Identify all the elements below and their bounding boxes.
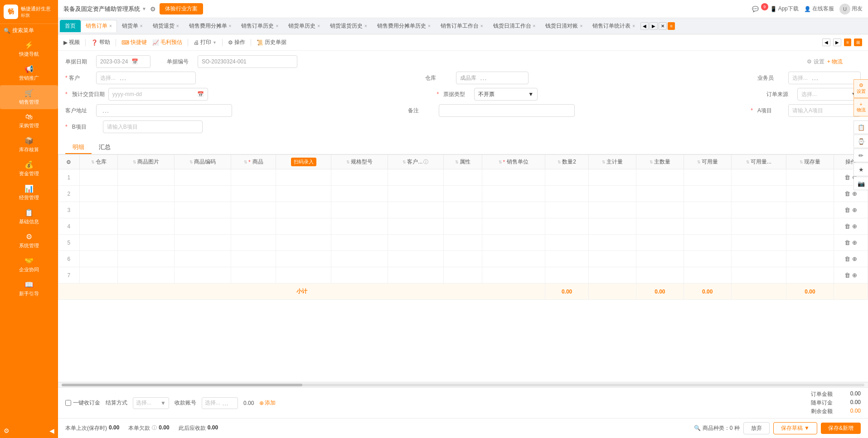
sidebar-item-inventory[interactable]: 📦 库存核算 xyxy=(0,133,58,157)
settlement-select[interactable]: 选择... ▼ xyxy=(133,397,169,409)
customer-input[interactable]: 选择... … xyxy=(96,72,196,84)
toolbar-view-toggle[interactable]: ≡ xyxy=(844,39,851,46)
tab-sales-order-history[interactable]: 销售订单历史 × xyxy=(236,20,283,32)
th-available[interactable]: ⇅可用量 xyxy=(684,155,731,169)
add-logistics-btn[interactable]: + 物流 xyxy=(827,58,843,66)
one-click-order-wrap[interactable]: 一键收订金 xyxy=(65,399,100,407)
user-avatar-wrap[interactable]: U 用友 xyxy=(839,4,863,14)
discard-btn[interactable]: 放弃 xyxy=(743,422,770,434)
cust-address-input[interactable]: … xyxy=(96,104,232,117)
bill-no-input[interactable]: SO-20230324-001 xyxy=(198,55,297,68)
one-click-order-checkbox[interactable] xyxy=(65,400,71,406)
sidebar-item-sales[interactable]: 🛒 销售管理 xyxy=(0,85,58,109)
order-source-select[interactable]: 选择... ▼ xyxy=(797,88,861,101)
sidebar-item-quick-nav[interactable]: ⚡ 快捷导航 xyxy=(0,37,58,61)
tab-nav-prev[interactable]: ◀ xyxy=(640,22,649,30)
tab-sales-order[interactable]: 销售订单 × xyxy=(81,20,117,32)
tab-sales-invoice[interactable]: 销货单 × xyxy=(117,20,148,32)
sidebar-item-guide[interactable]: 📖 新手引导 xyxy=(0,277,58,301)
rp-star-btn[interactable]: ★ xyxy=(853,163,868,176)
rp-edit-btn[interactable]: ✏ xyxy=(853,149,868,162)
row-delete-icon[interactable]: 🗑 xyxy=(844,239,850,246)
save-new-btn[interactable]: 保存&新增 xyxy=(821,423,861,434)
tab-close-icon[interactable]: × xyxy=(229,24,232,29)
th-sales-unit[interactable]: ⇅*销售单位 xyxy=(482,155,545,169)
th-warehouse[interactable]: ⇅仓库 xyxy=(79,155,118,169)
row-copy-icon[interactable]: ⊕ xyxy=(852,207,857,213)
sidebar-item-purchase[interactable]: 🛍 采购管理 xyxy=(0,109,58,133)
app-download-wrap[interactable]: 📱 App下载 xyxy=(770,5,799,13)
delivery-date-input[interactable]: yyyy-mm-dd 📅 xyxy=(108,88,208,101)
row-delete-icon[interactable]: 🗑 xyxy=(844,272,850,279)
tab-fee-history[interactable]: 销售费用分摊单历史 × xyxy=(372,20,436,32)
sidebar-item-enterprise[interactable]: 🤝 企业协同 xyxy=(0,253,58,277)
tab-sales-fee[interactable]: 销售费用分摊单 × xyxy=(184,20,237,32)
rp-watch-btn[interactable]: ⌚ xyxy=(853,135,868,148)
sidebar-item-marketing[interactable]: 📢 营销推广 xyxy=(0,61,58,85)
tab-nav-menu[interactable]: ≡ xyxy=(668,22,675,30)
th-stock[interactable]: ⇅现存量 xyxy=(786,155,834,169)
tab-close-icon[interactable]: × xyxy=(109,24,112,29)
collapse-icon[interactable]: ◀ xyxy=(49,427,54,434)
scan-btn[interactable]: 扫码录入 xyxy=(291,158,316,166)
toolbar-history[interactable]: 📜 历史单据 xyxy=(257,39,286,46)
toolbar-grid-toggle[interactable]: ⊞ xyxy=(854,39,862,46)
th-main-qty[interactable]: ⇅主数量 xyxy=(636,155,684,169)
tab-detail[interactable]: 明细 xyxy=(65,141,92,154)
row-copy-icon[interactable]: ⊕ xyxy=(852,223,857,230)
bill-date-input[interactable]: 2023-03-24 📅 xyxy=(96,55,150,68)
row-copy-icon[interactable]: ⊕ xyxy=(852,272,857,279)
tab-close-icon[interactable]: × xyxy=(428,24,431,29)
tab-daily-reconcile[interactable]: 钱货日清对账 × xyxy=(540,20,587,32)
warehouse-input[interactable]: 成品库 … xyxy=(456,72,529,84)
tab-close-icon[interactable]: × xyxy=(276,24,278,29)
th-product[interactable]: ⇅*商品 xyxy=(231,155,276,169)
tab-order-stats[interactable]: 销售订单统计表 × xyxy=(587,20,640,32)
header-settings-icon[interactable]: ⚙ xyxy=(150,5,156,13)
tab-order-workbench[interactable]: 销售订单工作台 × xyxy=(436,20,488,32)
th-main-unit[interactable]: ⇅主计量 xyxy=(589,155,636,169)
toolbar-operations[interactable]: ⚙ 操作 xyxy=(228,39,245,46)
search-menu-item[interactable]: 🔍 搜索菜单 xyxy=(0,24,58,37)
tab-close-icon[interactable]: × xyxy=(176,24,179,29)
tab-home[interactable]: 首页 xyxy=(60,20,81,32)
data-table-wrap[interactable]: ⚙ ⇅仓库 ⇅商品图片 ⇅商品编码 ⇅*商品 扫码录入 ⇅规格型号 ⇅客户...… xyxy=(58,154,868,382)
scroll-thumb[interactable] xyxy=(62,384,302,386)
note-input[interactable] xyxy=(439,104,575,117)
tab-close-icon[interactable]: × xyxy=(364,24,367,29)
row-copy-icon[interactable]: ⊕ xyxy=(852,239,857,246)
industry-btn[interactable]: 体验行业方案 xyxy=(160,3,203,14)
th-product-img[interactable]: ⇅商品图片 xyxy=(118,155,175,169)
sidebar-item-system[interactable]: ⚙ 系统管理 xyxy=(0,229,58,253)
tab-summary[interactable]: 汇总 xyxy=(92,141,118,154)
toolbar-nav-next[interactable]: ▶ xyxy=(833,39,841,46)
staff-input[interactable]: 选择... … xyxy=(788,72,861,84)
th-scan[interactable]: 扫码录入 xyxy=(276,155,331,169)
rp-camera-btn[interactable]: 📷 xyxy=(853,177,868,190)
a-project-input[interactable]: 请输入A项目 xyxy=(788,104,861,117)
tab-close-icon[interactable]: × xyxy=(632,24,635,29)
tab-close-icon[interactable]: × xyxy=(480,24,483,29)
sidebar-item-finance[interactable]: 💰 资金管理 xyxy=(0,157,58,181)
th-product-code[interactable]: ⇅商品编码 xyxy=(175,155,231,169)
tab-sales-invoice-history[interactable]: 销货单历史 × xyxy=(283,20,325,32)
settings-bottom-icon[interactable]: ⚙ xyxy=(4,427,10,434)
save-draft-btn[interactable]: 保存草稿 ▼ xyxy=(773,422,817,434)
row-delete-icon[interactable]: 🗑 xyxy=(844,207,850,213)
toolbar-shortcut[interactable]: ⌨ 快捷键 xyxy=(121,39,147,46)
online-service-wrap[interactable]: 👤 在线客服 xyxy=(804,5,834,13)
th-qty2[interactable]: ⇅数量2 xyxy=(545,155,589,169)
toolbar-view[interactable]: ▶ 视频 xyxy=(63,39,80,46)
th-available2[interactable]: ⇅可用量... xyxy=(731,155,786,169)
row-delete-icon[interactable]: 🗑 xyxy=(844,174,850,181)
tab-close-icon[interactable]: × xyxy=(580,24,582,29)
sidebar-item-operations[interactable]: 📊 经营管理 xyxy=(0,181,58,205)
tab-daily-workbench[interactable]: 钱货日清工作台 × xyxy=(488,20,541,32)
tab-return-history[interactable]: 销货退货历史 × xyxy=(325,20,372,32)
th-customer-code[interactable]: ⇅客户...ⓘ xyxy=(388,155,443,169)
rp-settings-btn[interactable]: ⚙设置 xyxy=(853,79,868,98)
rp-logistics-btn[interactable]: +物流 xyxy=(853,98,868,116)
tab-close-icon[interactable]: × xyxy=(140,24,143,29)
tab-nav-close-all[interactable]: ✕ xyxy=(659,22,667,30)
toolbar-help[interactable]: ❓ 帮助 xyxy=(91,39,110,46)
